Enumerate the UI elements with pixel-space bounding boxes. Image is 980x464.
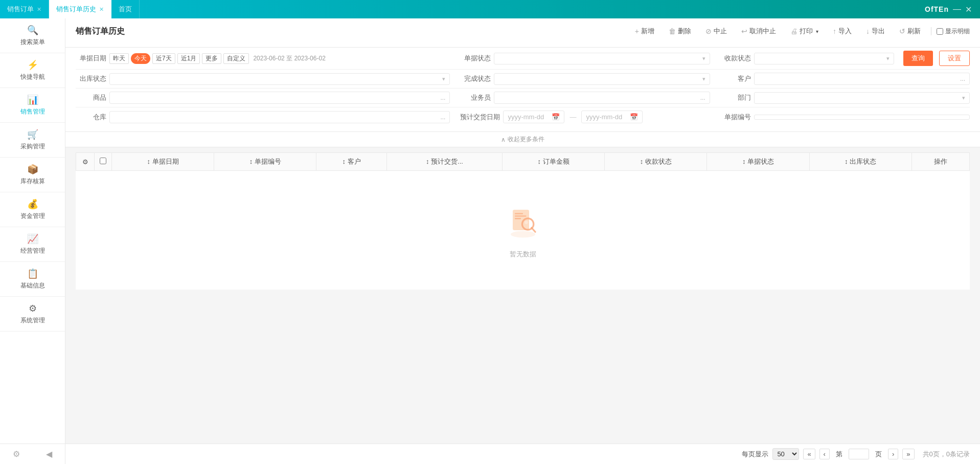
delivery-date-to[interactable]: yyyy-mm-dd 📅 (581, 111, 643, 123)
filter-row-2: 出库状态 ▾ 完成状态 ▾ 客户 (76, 70, 970, 89)
sidebar-icon-basic-info: 📋 (27, 268, 38, 279)
settings-icon[interactable]: ⚙ (82, 158, 88, 166)
delivery-date-from[interactable]: yyyy-mm-dd 📅 (503, 111, 564, 123)
th-bill-status[interactable]: ↕ 单据状态 (707, 153, 809, 171)
sidebar-item-fund-mgmt[interactable]: 💰 资金管理 (0, 192, 65, 227)
sidebar-item-quick-nav[interactable]: ⚡ 快捷导航 (0, 53, 65, 88)
import-button[interactable]: ↑ 导入 (828, 25, 857, 38)
tab-home[interactable]: 首页 (111, 0, 140, 18)
set-button[interactable]: 设置 (939, 51, 970, 66)
receipt-status-box[interactable]: ▾ (754, 53, 894, 64)
data-table: ⚙ ↕ 单据日期 ↕ 单据编号 ↕ 客户 ↕ 预计交货... ↕ 订单金额 ↕ … (76, 152, 970, 171)
table-header: ⚙ ↕ 单据日期 ↕ 单据编号 ↕ 客户 ↕ 预计交货... ↕ 订单金额 ↕ … (76, 153, 970, 171)
delivery-date-to-input[interactable]: yyyy-mm-dd (586, 113, 628, 121)
tab-close-sales-order[interactable]: ✕ (37, 6, 41, 13)
th-date[interactable]: ↕ 单据日期 (112, 153, 214, 171)
page-size-select[interactable]: 102050100 (772, 448, 799, 460)
product-more[interactable]: ... (440, 94, 445, 101)
date-separator: — (569, 113, 576, 121)
th-no[interactable]: ↕ 单据编号 (214, 153, 316, 171)
print-button[interactable]: 🖨 打印▾ (785, 25, 824, 38)
th-delivery[interactable]: ↕ 预计交货... (386, 153, 502, 171)
bill-status-label: 单据状态 (460, 54, 491, 63)
show-detail-checkbox[interactable] (937, 28, 943, 35)
refresh-button[interactable]: ↺ 刷新 (894, 25, 926, 38)
tab-sales-order-history[interactable]: 销售订单历史✕ (49, 0, 111, 18)
sidebar-item-system-mgmt[interactable]: ⚙ 系统管理 (0, 297, 65, 332)
th-receipt-status[interactable]: ↕ 收款状态 (605, 153, 707, 171)
sidebar-item-search-menu[interactable]: 🔍 搜索菜单 (0, 18, 65, 53)
tab-label-sales-order-history: 销售订单历史 (56, 5, 96, 14)
date-label: 单据日期 (76, 54, 106, 63)
customer-box[interactable]: ... (754, 73, 970, 85)
sidebar-collapse-icon[interactable]: ◀ (46, 449, 52, 459)
collapse-bar[interactable]: ∧ 收起更多条件 (65, 132, 980, 147)
query-button[interactable]: 查询 (903, 51, 933, 66)
date-btn-自定义[interactable]: 自定义 (223, 53, 249, 64)
svg-point-0 (511, 231, 535, 238)
date-btn-更多[interactable]: 更多 (202, 53, 221, 64)
outbound-arrow: ▾ (442, 76, 445, 82)
export-button[interactable]: ↓ 导出 (861, 25, 890, 38)
sidebar-settings-icon[interactable]: ⚙ (13, 449, 20, 459)
salesperson-box[interactable]: ... (494, 92, 710, 104)
th-settings[interactable]: ⚙ (76, 153, 95, 171)
new-button[interactable]: + 新增 (630, 25, 659, 38)
th-amount[interactable]: ↕ 订单金额 (503, 153, 605, 171)
page-number-input[interactable]: 1 (849, 449, 869, 459)
select-all-checkbox[interactable] (100, 158, 106, 164)
cancel-stop-button[interactable]: ↩ 取消中止 (736, 25, 781, 38)
salesperson-more[interactable]: ... (700, 94, 705, 101)
tab-sales-order[interactable]: 销售订单✕ (0, 0, 49, 18)
sidebar-label-fund-mgmt: 资金管理 (20, 212, 45, 220)
top-bar-right: OfTEn — ✕ (917, 5, 980, 14)
customer-more[interactable]: ... (960, 75, 965, 82)
page-title: 销售订单历史 (76, 26, 125, 37)
orderno-box[interactable] (754, 115, 970, 120)
sidebar-item-operations-mgmt[interactable]: 📈 经营管理 (0, 227, 65, 262)
date-btn-今天[interactable]: 今天 (131, 53, 150, 64)
department-box[interactable]: ▾ (754, 92, 970, 104)
close-window-icon[interactable]: ✕ (965, 5, 972, 14)
sidebar-icon-sales-mgmt: 📊 (27, 94, 38, 105)
outbound-box[interactable]: ▾ (109, 73, 450, 85)
minimize-icon[interactable]: — (953, 5, 961, 14)
stop-button[interactable]: ⊘ 中止 (700, 25, 732, 38)
prev-page-button[interactable]: ‹ (819, 449, 830, 459)
print-btn-label: 打印 (800, 27, 813, 36)
th-checkbox[interactable] (95, 153, 112, 171)
date-btn-近7天[interactable]: 近7天 (152, 53, 175, 64)
sidebar-label-system-mgmt: 系统管理 (20, 316, 45, 325)
tab-label-home: 首页 (119, 5, 132, 14)
cancel-stop-btn-icon: ↩ (741, 27, 747, 35)
sidebar-item-sales-mgmt[interactable]: 📊 销售管理 (0, 88, 65, 123)
calendar-to-icon[interactable]: 📅 (630, 113, 638, 121)
warehouse-more[interactable]: ... (440, 114, 445, 121)
bill-status-arrow: ▾ (702, 55, 705, 62)
bill-status-box[interactable]: ▾ (494, 53, 710, 64)
sidebar-bottom: ⚙ ◀ (0, 444, 65, 464)
delete-button[interactable]: 🗑 删除 (664, 25, 696, 38)
sidebar-item-inventory-check[interactable]: 📦 库存核算 (0, 158, 65, 192)
refresh-btn-label: 刷新 (907, 27, 921, 36)
first-page-button[interactable]: « (803, 449, 815, 459)
th-customer[interactable]: ↕ 客户 (316, 153, 387, 171)
last-page-button[interactable]: » (902, 449, 914, 459)
date-btn-昨天[interactable]: 昨天 (109, 53, 129, 64)
orderno-label: 单据编号 (720, 113, 751, 122)
product-box[interactable]: ... (109, 92, 450, 104)
filter-warehouse-item: 仓库 ... (76, 111, 450, 123)
filter-row-4: 仓库 ... 预计交货日期 yyyy-mm-dd 📅 — yyyy-mm-dd (76, 107, 970, 126)
sidebar-item-basic-info[interactable]: 📋 基础信息 (0, 262, 65, 297)
calendar-from-icon[interactable]: 📅 (552, 113, 560, 121)
completion-box[interactable]: ▾ (494, 73, 710, 85)
next-page-button[interactable]: › (888, 449, 898, 459)
sidebar-item-purchase-mgmt[interactable]: 🛒 采购管理 (0, 123, 65, 158)
filter-outbound-item: 出库状态 ▾ (76, 73, 450, 85)
date-btn-近1月[interactable]: 近1月 (177, 53, 200, 64)
warehouse-box[interactable]: ... (109, 111, 450, 123)
th-outbound-status[interactable]: ↕ 出库状态 (809, 153, 911, 171)
new-btn-icon: + (635, 27, 639, 35)
delivery-date-from-input[interactable]: yyyy-mm-dd (508, 113, 550, 121)
tab-close-sales-order-history[interactable]: ✕ (99, 6, 104, 13)
